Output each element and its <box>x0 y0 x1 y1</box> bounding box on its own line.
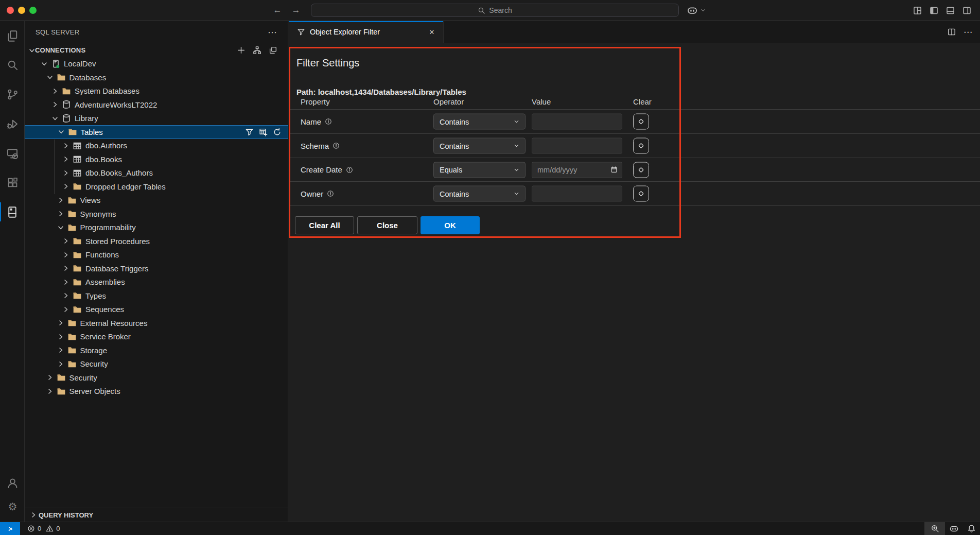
tree-item-system-databases[interactable]: System Databases <box>25 84 288 98</box>
chevron-down-icon[interactable] <box>40 60 48 68</box>
tree-item-dbo-books-authors[interactable]: dbo.Books_Authors <box>25 166 288 180</box>
close-tab-icon[interactable]: ✕ <box>427 27 437 37</box>
query-history-section-header[interactable]: QUERY HISTORY <box>25 508 288 522</box>
clear-row-button[interactable] <box>633 186 649 202</box>
value-text-field[interactable] <box>537 117 618 126</box>
tab-object-explorer-filter[interactable]: Object Explorer Filter ✕ <box>289 21 444 43</box>
chevron-right-icon[interactable] <box>51 100 59 109</box>
clear-row-button[interactable] <box>633 162 649 178</box>
chevron-right-icon[interactable] <box>62 264 70 272</box>
tree-item-localdev[interactable]: LocalDev <box>25 57 288 71</box>
tree-item-views[interactable]: Views <box>25 194 288 208</box>
activity-extensions[interactable] <box>0 168 25 197</box>
info-icon[interactable] <box>346 166 353 174</box>
tree-item-external-resources[interactable]: External Resources <box>25 316 288 330</box>
info-icon[interactable] <box>325 118 332 125</box>
chevron-down-icon[interactable] <box>57 128 65 136</box>
refresh-icon[interactable] <box>273 128 282 136</box>
chevron-right-icon[interactable] <box>57 196 65 204</box>
tree-item-adventureworkslt2022[interactable]: AdventureWorksLT2022 <box>25 98 288 112</box>
notifications-button[interactable] <box>962 522 980 535</box>
chevron-right-icon[interactable] <box>57 360 65 368</box>
go-forward-icon[interactable]: → <box>290 5 302 16</box>
info-icon[interactable] <box>332 142 340 149</box>
tree-item-sequences[interactable]: Sequences <box>25 303 288 317</box>
value-date-input[interactable]: mm/dd/yyyy <box>532 162 622 178</box>
clear-row-button[interactable] <box>633 114 649 130</box>
value-input[interactable] <box>532 186 622 202</box>
chevron-right-icon[interactable] <box>62 182 70 191</box>
toggle-panel-icon[interactable] <box>946 6 955 15</box>
tree-item-functions[interactable]: Functions <box>25 248 288 262</box>
minimize-window-button[interactable] <box>18 7 25 14</box>
filter-icon[interactable] <box>245 128 254 136</box>
tree-item-storage[interactable]: Storage <box>25 343 288 357</box>
go-back-icon[interactable]: ← <box>272 5 283 16</box>
activity-explorer[interactable] <box>0 21 25 50</box>
calendar-icon[interactable] <box>610 166 618 174</box>
chevron-right-icon[interactable] <box>62 142 70 150</box>
toggle-primary-sidebar-icon[interactable] <box>929 6 939 15</box>
tree-item-databases[interactable]: Databases <box>25 71 288 84</box>
tree-item-dbo-authors[interactable]: dbo.Authors <box>25 139 288 153</box>
clear-all-button[interactable]: Clear All <box>295 216 354 234</box>
editor-more-actions-icon[interactable]: ⋯ <box>964 27 973 38</box>
chevron-right-icon[interactable] <box>46 373 54 382</box>
chevron-right-icon[interactable] <box>62 291 70 300</box>
zoom-window-button[interactable] <box>29 7 37 14</box>
customize-layout-icon[interactable] <box>913 6 922 15</box>
tree-item-dropped-ledger-tables[interactable]: Dropped Ledger Tables <box>25 180 288 194</box>
tree-item-service-broker[interactable]: Service Broker <box>25 330 288 344</box>
chevron-right-icon[interactable] <box>62 278 70 286</box>
activity-remote-explorer[interactable] <box>0 139 25 168</box>
ok-button[interactable]: OK <box>421 216 480 234</box>
tree-item-server-objects[interactable]: Server Objects <box>25 385 288 399</box>
split-editor-icon[interactable] <box>947 27 956 37</box>
info-icon[interactable] <box>327 190 334 197</box>
activity-search[interactable] <box>0 50 25 80</box>
chevron-down-icon[interactable] <box>46 73 54 81</box>
tree-item-types[interactable]: Types <box>25 289 288 303</box>
command-center-search[interactable]: Search <box>311 4 679 17</box>
tree-item-stored-procedures[interactable]: Stored Procedures <box>25 234 288 248</box>
tree-item-database-triggers[interactable]: Database Triggers <box>25 262 288 275</box>
chevron-right-icon[interactable] <box>57 319 65 327</box>
chevron-right-icon[interactable] <box>62 237 70 245</box>
tree-item-library[interactable]: Library <box>25 112 288 126</box>
tree-item-dbo-books[interactable]: dbo.Books <box>25 152 288 166</box>
chevron-right-icon[interactable] <box>51 87 59 95</box>
tree-item-assemblies[interactable]: Assemblies <box>25 275 288 289</box>
value-text-field[interactable] <box>537 189 618 198</box>
zoom-status-button[interactable] <box>924 522 945 535</box>
value-text-field[interactable] <box>537 142 618 150</box>
chevron-down-icon[interactable] <box>57 223 65 232</box>
chevron-right-icon[interactable] <box>62 251 70 259</box>
tree-item-programmability[interactable]: Programmability <box>25 221 288 235</box>
close-window-button[interactable] <box>7 7 14 14</box>
chevron-right-icon[interactable] <box>57 210 65 218</box>
value-input[interactable] <box>532 114 622 130</box>
chevron-right-icon[interactable] <box>46 387 54 395</box>
chevron-right-icon[interactable] <box>57 346 65 354</box>
chevron-right-icon[interactable] <box>62 155 70 163</box>
close-button[interactable]: Close <box>357 216 417 234</box>
chevron-down-icon[interactable] <box>51 114 59 123</box>
operator-select[interactable]: Contains <box>433 138 526 154</box>
operator-select[interactable]: Equals <box>433 162 526 178</box>
toggle-secondary-sidebar-icon[interactable] <box>962 6 972 15</box>
problems-status[interactable]: 0 0 <box>27 525 60 532</box>
value-input[interactable] <box>532 138 622 154</box>
tree-item-security[interactable]: Security <box>25 357 288 371</box>
operator-select[interactable]: Contains <box>433 114 526 130</box>
new-table-icon[interactable] <box>259 128 268 136</box>
copilot-menu[interactable] <box>687 0 706 21</box>
accounts-button[interactable] <box>0 471 25 495</box>
tree-item-security[interactable]: Security <box>25 371 288 385</box>
chevron-right-icon[interactable] <box>57 333 65 341</box>
activity-run-debug[interactable] <box>0 109 25 139</box>
operator-select[interactable]: Contains <box>433 186 526 202</box>
clear-row-button[interactable] <box>633 138 649 154</box>
chevron-right-icon[interactable] <box>62 169 70 177</box>
activity-source-control[interactable] <box>0 80 25 109</box>
activity-sql-server[interactable] <box>0 197 25 227</box>
